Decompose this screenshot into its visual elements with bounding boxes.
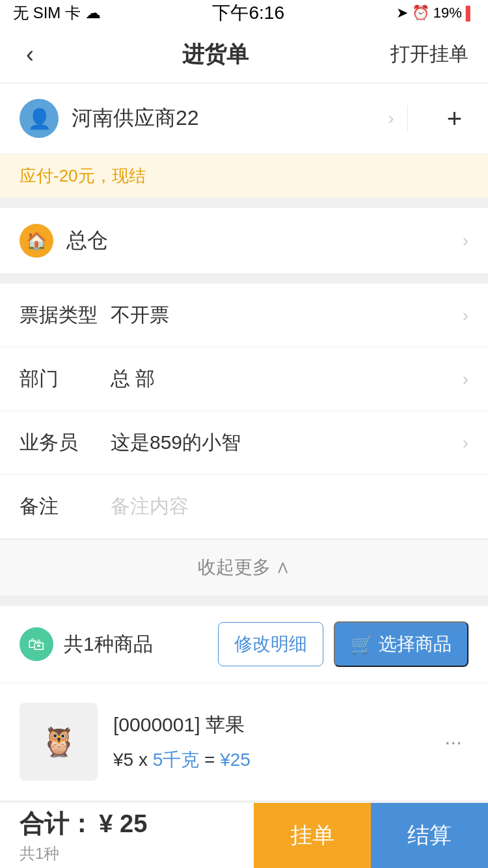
- cart-icon: 🛒: [351, 634, 373, 655]
- warehouse-name: 总仓: [66, 226, 456, 255]
- supplier-name: 河南供应商22: [72, 104, 381, 133]
- product-unit-price: ¥5: [113, 750, 133, 770]
- alarm-icon: ⏰: [412, 5, 429, 21]
- product-item: 🦉 [0000001] 苹果 ¥5 x 5千克 = ¥25 ···: [0, 683, 488, 800]
- product-id: [0000001]: [113, 714, 200, 735]
- total-label: 合计：: [20, 810, 94, 837]
- product-quantity: 5千克: [153, 750, 200, 770]
- status-time: 下午6:16: [212, 1, 284, 25]
- staff-value: 这是859的小智: [98, 429, 456, 456]
- ticket-type-label: 票据类型: [20, 302, 98, 329]
- divider: [407, 105, 408, 131]
- collapse-button[interactable]: 收起更多 ∧: [0, 539, 488, 595]
- open-hang-button[interactable]: 打开挂单: [390, 41, 468, 68]
- ticket-type-value: 不开票: [98, 302, 456, 329]
- chevron-right-icon: ›: [463, 433, 468, 454]
- product-count-icon: 🛍: [20, 627, 53, 661]
- product-count: 共1种商品: [64, 631, 218, 658]
- select-product-button[interactable]: 🛒 选择商品: [334, 621, 468, 667]
- remark-row[interactable]: 备注 备注内容: [0, 475, 488, 539]
- checkout-button[interactable]: 结算: [371, 803, 488, 868]
- multiply-sign: x: [139, 750, 153, 770]
- chevron-right-icon: ›: [463, 305, 468, 326]
- status-bar: 无 SIM 卡 ☁ 下午6:16 ➤ ⏰ 19% ▌: [0, 0, 488, 26]
- product-title: 苹果: [206, 714, 245, 735]
- staff-label: 业务员: [20, 429, 98, 456]
- total-section: 合计： ¥ 25 共1种: [0, 803, 254, 868]
- page-title: 进货单: [182, 40, 249, 70]
- back-button[interactable]: ‹: [20, 34, 40, 75]
- department-label: 部门: [20, 366, 98, 392]
- chevron-right-icon: ›: [463, 369, 468, 390]
- supplier-card: 👤 河南供应商22 › + 应付-20元，现结: [0, 83, 488, 198]
- total-value: ¥ 25: [99, 810, 147, 837]
- add-supplier-button[interactable]: +: [441, 104, 468, 133]
- more-options-button[interactable]: ···: [438, 724, 468, 761]
- sim-signal: 无 SIM 卡 ☁: [13, 3, 101, 23]
- product-name: [0000001] 苹果: [113, 712, 438, 739]
- total-amount: 合计： ¥ 25: [20, 807, 234, 841]
- hang-button[interactable]: 挂单: [254, 803, 371, 868]
- main-content: 👤 河南供应商22 › + 应付-20元，现结 🏠 总仓 › 票据类型 不开票 …: [0, 83, 488, 868]
- department-value: 总 部: [98, 366, 456, 392]
- chevron-right-icon: ›: [463, 230, 468, 251]
- product-thumbnail: 🦉: [20, 703, 98, 781]
- equals-sign: =: [204, 750, 220, 770]
- product-header: 🛍 共1种商品 修改明细 🛒 选择商品: [0, 606, 488, 683]
- supplier-row[interactable]: 👤 河南供应商22 › +: [0, 83, 488, 154]
- warehouse-card[interactable]: 🏠 总仓 ›: [0, 208, 488, 273]
- bottom-bar: 合计： ¥ 25 共1种 挂单 结算: [0, 803, 488, 868]
- supplier-avatar: 👤: [20, 99, 59, 138]
- select-product-label: 选择商品: [379, 632, 452, 657]
- product-total: ¥25: [220, 750, 251, 770]
- bag-icon: 🛍: [28, 634, 45, 655]
- ticket-type-row[interactable]: 票据类型 不开票 ›: [0, 284, 488, 347]
- status-right: ➤ ⏰ 19% ▌: [396, 5, 475, 21]
- battery-level: 19%: [433, 5, 462, 21]
- product-info: [0000001] 苹果 ¥5 x 5千克 = ¥25: [113, 712, 438, 772]
- nav-bar: ‹ 进货单 打开挂单: [0, 26, 488, 83]
- product-section: 🛍 共1种商品 修改明细 🛒 选择商品 🦉 [0000001] 苹果 ¥5: [0, 606, 488, 800]
- chevron-right-icon: ›: [388, 108, 394, 129]
- product-price-row: ¥5 x 5千克 = ¥25: [113, 748, 438, 772]
- status-left: 无 SIM 卡 ☁: [13, 3, 101, 23]
- form-card: 票据类型 不开票 › 部门 总 部 › 业务员 这是859的小智 › 备注 备注…: [0, 284, 488, 595]
- remark-label: 备注: [20, 493, 98, 520]
- total-count: 共1种: [20, 843, 234, 864]
- supplier-notice: 应付-20元，现结: [0, 154, 488, 198]
- remark-input[interactable]: 备注内容: [98, 493, 468, 520]
- warehouse-icon: 🏠: [20, 224, 53, 258]
- department-row[interactable]: 部门 总 部 ›: [0, 347, 488, 411]
- warehouse-row[interactable]: 🏠 总仓 ›: [0, 208, 488, 273]
- modify-detail-button[interactable]: 修改明细: [218, 622, 323, 666]
- owl-icon: 🦉: [41, 725, 77, 759]
- battery-icon: ▌: [466, 6, 475, 21]
- location-icon: ➤: [396, 5, 408, 21]
- staff-row[interactable]: 业务员 这是859的小智 ›: [0, 411, 488, 475]
- person-icon: 👤: [27, 107, 51, 130]
